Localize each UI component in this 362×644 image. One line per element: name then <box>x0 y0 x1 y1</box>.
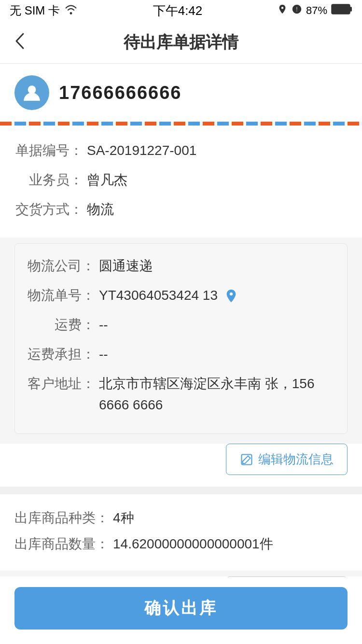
status-bar: 无 SIM 卡 下午4:42 87% <box>0 0 362 21</box>
location-service-icon <box>277 4 288 17</box>
logistics-company-label: 物流公司： <box>27 255 99 277</box>
customer-header: 17666666666 <box>0 64 362 122</box>
customer-phone: 17666666666 <box>59 83 181 103</box>
alarm-icon <box>292 4 302 17</box>
product-types-label: 出库商品种类： <box>14 509 113 527</box>
edit-logistics-button[interactable]: 编辑物流信息 <box>226 444 348 475</box>
status-left: 无 SIM 卡 <box>10 3 78 18</box>
battery-label: 87% <box>306 4 327 17</box>
logistics-address-row: 客户地址： 北京市市辖区海淀区永丰南 张，156 6666 6666 <box>27 373 335 417</box>
logistics-freight-value: -- <box>99 314 335 336</box>
logistics-freight-bearer-label: 运费承担： <box>27 344 99 365</box>
battery-icon <box>331 4 352 17</box>
product-types-row: 出库商品种类： 4种 <box>14 509 348 527</box>
svg-point-2 <box>28 85 36 94</box>
product-quantity-row: 出库商品数量： 14.62000000000000001件 <box>14 535 348 553</box>
salesman-label: 业务员： <box>14 169 87 191</box>
svg-rect-0 <box>332 4 350 14</box>
edit-logistics-section: 编辑物流信息 <box>0 444 362 487</box>
status-time: 下午4:42 <box>153 2 203 19</box>
nav-bar: 待出库单据详情 <box>0 21 362 64</box>
wifi-icon <box>64 4 78 17</box>
logistics-tracking-value: YT43064053424 13 <box>99 285 335 307</box>
order-info-section: 单据编号： SA-20191227-001 业务员： 曾凡杰 交货方式： 物流 <box>0 126 362 238</box>
logistics-card: 物流公司： 圆通速递 物流单号： YT43064053424 13 运费： --… <box>14 243 348 434</box>
delivery-method-value: 物流 <box>87 199 348 221</box>
delivery-method-row: 交货方式： 物流 <box>14 199 348 221</box>
product-types-value: 4种 <box>113 509 134 527</box>
back-button[interactable] <box>14 27 30 58</box>
logistics-freight-bearer-value: -- <box>99 344 335 365</box>
order-number-row: 单据编号： SA-20191227-001 <box>14 140 348 162</box>
carrier-label: 无 SIM 卡 <box>10 3 60 18</box>
confirm-section: 确认出库 <box>0 577 362 644</box>
section-divider <box>0 487 362 494</box>
status-right: 87% <box>277 4 352 17</box>
salesman-row: 业务员： 曾凡杰 <box>14 169 348 191</box>
confirm-button[interactable]: 确认出库 <box>14 587 348 630</box>
logistics-freight-label: 运费： <box>27 314 99 336</box>
logistics-freight-row: 运费： -- <box>27 314 335 336</box>
svg-rect-1 <box>350 7 352 12</box>
order-number-value: SA-20191227-001 <box>87 140 348 162</box>
logistics-address-label: 客户地址： <box>27 373 99 395</box>
salesman-value: 曾凡杰 <box>87 169 348 191</box>
logistics-company-value: 圆通速递 <box>99 255 335 277</box>
avatar <box>14 75 49 110</box>
logistics-tracking-row: 物流单号： YT43064053424 13 <box>27 285 335 307</box>
order-number-label: 单据编号： <box>14 140 87 162</box>
logistics-freight-bearer-row: 运费承担： -- <box>27 344 335 365</box>
logistics-company-row: 物流公司： 圆通速递 <box>27 255 335 277</box>
logistics-address-value: 北京市市辖区海淀区永丰南 张，156 6666 6666 <box>99 373 335 417</box>
dashed-divider <box>0 122 362 126</box>
products-section: 出库商品种类： 4种 出库商品数量： 14.62000000000000001件 <box>0 494 362 571</box>
product-quantity-value: 14.62000000000000001件 <box>113 535 273 553</box>
delivery-method-label: 交货方式： <box>14 199 87 221</box>
page-title: 待出库单据详情 <box>124 31 238 54</box>
product-quantity-label: 出库商品数量： <box>14 535 113 553</box>
tracking-location-icon[interactable] <box>223 288 239 304</box>
logistics-tracking-label: 物流单号： <box>27 285 99 307</box>
